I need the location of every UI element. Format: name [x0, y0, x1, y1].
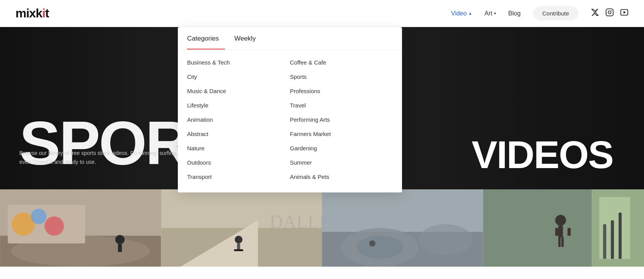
category-abstract[interactable]: Abstract [187, 128, 290, 140]
category-transport[interactable]: Transport [187, 170, 290, 183]
nav-blog[interactable]: Blog [508, 10, 521, 17]
svg-point-10 [31, 209, 46, 224]
svg-point-12 [115, 235, 124, 244]
header: mixkit Video ▲ Art ▾ Blog Contribute [0, 0, 644, 27]
main-nav: Video ▲ Art ▾ Blog Contribute [451, 6, 629, 20]
category-business-tech[interactable]: Business & Tech [187, 56, 290, 69]
svg-point-2 [611, 10, 612, 11]
svg-point-11 [44, 216, 64, 236]
category-animals-pets[interactable]: Animals & Pets [290, 170, 393, 183]
tab-weekly[interactable]: Weekly [234, 27, 262, 49]
video-grid: DALLE [0, 189, 644, 267]
svg-point-33 [555, 215, 566, 226]
tab-categories[interactable]: Categories [187, 27, 225, 49]
svg-point-17 [235, 236, 242, 243]
category-city[interactable]: City [187, 70, 290, 83]
category-coffee-cafe[interactable]: Coffee & Cafe [290, 56, 393, 69]
category-performing-arts[interactable]: Performing Arts [290, 113, 393, 126]
category-lifestyle[interactable]: Lifestyle [187, 99, 290, 112]
svg-rect-35 [555, 228, 558, 236]
svg-rect-0 [606, 9, 613, 16]
logo[interactable]: mixkit [15, 6, 49, 20]
svg-rect-13 [118, 244, 122, 252]
svg-point-25 [419, 224, 473, 255]
svg-rect-32 [603, 224, 606, 259]
svg-rect-30 [618, 213, 622, 259]
category-gardening[interactable]: Gardening [290, 142, 393, 155]
art-chevron-icon: ▾ [494, 11, 496, 15]
svg-text:DALLE: DALLE [269, 211, 322, 232]
video-thumb-4[interactable] [483, 189, 644, 267]
social-icons [591, 8, 629, 19]
svg-rect-18 [237, 243, 240, 249]
dropdown-tabs: Categories Weekly [178, 27, 402, 50]
dropdown-content: Business & Tech City Music & Dance Lifes… [178, 50, 402, 192]
svg-point-1 [608, 11, 611, 14]
video-image-2: DALLE [161, 189, 322, 267]
category-professions[interactable]: Professions [290, 85, 393, 97]
category-animation[interactable]: Animation [187, 113, 290, 126]
svg-rect-31 [611, 220, 614, 259]
dropdown-col-left: Business & Tech City Music & Dance Lifes… [187, 56, 290, 183]
video-image-4 [483, 189, 644, 267]
svg-rect-34 [558, 226, 563, 237]
svg-point-24 [357, 236, 403, 259]
nav-video[interactable]: Video ▲ [451, 10, 472, 17]
twitter-icon[interactable] [591, 8, 599, 19]
video-chevron-icon: ▲ [468, 11, 472, 15]
youtube-icon[interactable] [620, 8, 629, 19]
category-outdoors[interactable]: Outdoors [187, 156, 290, 169]
nav-art[interactable]: Art ▾ [484, 10, 496, 17]
hero-videos-text: VIDEOS [472, 135, 613, 174]
category-sports[interactable]: Sports [290, 70, 393, 83]
video-thumb-3[interactable] [322, 189, 483, 267]
dropdown-col-right: Coffee & Cafe Sports Professions Travel … [290, 56, 393, 183]
contribute-button[interactable]: Contribute [533, 6, 578, 20]
category-farmers-market[interactable]: Farmers Market [290, 128, 393, 140]
category-music-dance[interactable]: Music & Dance [187, 85, 290, 97]
video-thumb-1[interactable] [0, 189, 161, 267]
svg-marker-4 [624, 11, 626, 14]
svg-rect-37 [558, 237, 561, 247]
svg-rect-38 [561, 237, 564, 247]
video-image-3 [322, 189, 483, 267]
instagram-icon[interactable] [605, 8, 614, 19]
svg-point-26 [369, 240, 375, 247]
svg-rect-19 [234, 249, 243, 251]
video-image-1 [0, 189, 161, 267]
svg-rect-36 [567, 228, 571, 236]
dropdown-menu: Categories Weekly Business & Tech City M… [178, 27, 402, 192]
video-thumb-2[interactable]: DALLE [161, 189, 322, 267]
category-summer[interactable]: Summer [290, 156, 393, 169]
category-nature[interactable]: Nature [187, 142, 290, 155]
category-travel[interactable]: Travel [290, 99, 393, 112]
